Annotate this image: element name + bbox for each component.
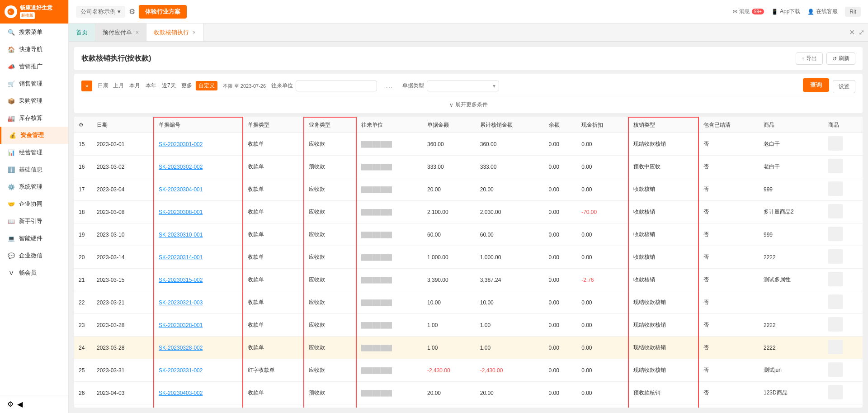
sidebar-item-finance[interactable]: 💰 资金管理 [0,127,68,144]
table-row: 202023-03-14SK-20230314-001收款单应收款███████… [74,246,863,269]
sidebar-item-guide[interactable]: 📖 新手引导 [0,213,68,230]
cell-product: 老白干 [759,133,824,156]
date-more[interactable]: 更多 [179,81,194,90]
sidebar-item-system[interactable]: ⚙️ 系统管理 [0,178,68,195]
purchase-icon: 📦 [7,97,15,105]
cell-written-off: 3,387.24 [476,269,544,291]
table-row: 252023-03-31SK-20230331-002红字收款单应收款█████… [74,359,863,382]
col-written-off: 累计核销金额 [476,117,544,133]
sidebar-item-member[interactable]: V 畅会员 [0,264,68,281]
cell-date: 2023-03-10 [92,223,154,246]
cell-doc-no[interactable]: SK-20230328-001 [154,314,243,337]
sidebar-item-enterprise[interactable]: 🤝 企业协同 [0,195,68,213]
tab-home[interactable]: 首页 [69,24,95,41]
col-product: 商品 [759,117,824,133]
sidebar-item-operations[interactable]: 📊 经营管理 [0,144,68,161]
cell-doc-no[interactable]: SK-20230328-002 [154,337,243,359]
tab-close-all-button[interactable]: ✕ [849,28,855,37]
filter-row: » 日期 上月 本月 本年 近7天 更多 自定义 不限 至 2023-07-26 [81,78,855,93]
cell-written-off: 2,030.00 [476,201,544,223]
cell-include-settled: 否 [698,382,759,404]
cell-doc-no[interactable]: SK-20230308-001 [154,201,243,223]
cell-doc-type: 收款单 [243,246,304,269]
sidebar-item-basic[interactable]: ℹ️ 基础信息 [0,161,68,178]
cell-include-settled: 否 [698,223,759,246]
cell-include-settled: 否 [698,359,759,382]
cell-doc-no[interactable]: SK-20230408-001 [154,404,243,408]
cell-doc-no[interactable]: SK-20230403-002 [154,382,243,404]
cell-cash-discount: 0.00 [577,178,628,201]
sidebar-item-search[interactable]: 🔍 搜索菜单 [0,24,68,41]
receipt-type-select[interactable] [427,81,499,91]
cell-date: 2023-03-04 [92,178,154,201]
filter-collapse-btn[interactable]: » [81,81,92,91]
company-selector[interactable]: 公司名称示例 ▾ [76,6,125,18]
table-row: 222023-03-21SK-20230321-003收款单应收款███████… [74,291,863,314]
sidebar-item-marketing[interactable]: 📣 营销推广 [0,58,68,75]
date-last-month[interactable]: 上月 [111,81,126,90]
cell-date: 2023-03-15 [92,269,154,291]
export-button[interactable]: ↑ 导出 [796,52,823,65]
sidebar-settings-icon[interactable]: ⚙ [7,400,14,408]
cell-date: 2023-03-01 [92,133,154,156]
tab-collection[interactable]: 收款核销执行 × [146,24,203,41]
cell-doc-no[interactable]: SK-20230321-003 [154,291,243,314]
cell-doc-no[interactable]: SK-20230302-002 [154,156,243,178]
cell-doc-no[interactable]: SK-20230315-002 [154,269,243,291]
sidebar-item-inventory[interactable]: 🏭 库存核算 [0,109,68,127]
sidebar-item-label: 系统管理 [19,183,42,191]
expand-more[interactable]: ∨ 展开更多条件 [81,97,855,109]
cell-doc-no[interactable]: SK-20230331-002 [154,359,243,382]
date-label: 日期 [98,82,108,90]
tab-prepaid[interactable]: 预付应付单 × [95,24,146,41]
cell-doc-no[interactable]: SK-20230301-002 [154,133,243,156]
query-button[interactable]: 查询 [803,78,829,92]
refresh-button[interactable]: ↺ 刷新 [826,52,855,65]
top-bar: 公司名称示例 ▾ ⚙ 体验行业方案 ✉ 消息 99+ 📱 App下载 👤 在线客… [69,0,868,24]
tab-expand-button[interactable]: ⤢ [859,28,864,37]
col-date: 日期 [92,117,154,133]
online-service-item[interactable]: 👤 在线客服 [807,8,838,15]
cell-doc-type: 收款单 [243,156,304,178]
cell-write-off-type: 预收款核销 [628,382,698,404]
user-item[interactable]: Rit [845,7,861,17]
messages-item[interactable]: ✉ 消息 99+ [733,8,764,15]
sidebar-item-quicknav[interactable]: 🏠 快捷导航 [0,41,68,58]
message-badge: 99+ [752,9,764,14]
date-custom[interactable]: 自定义 [196,81,217,90]
cell-biz-type: 应收款 [304,178,356,201]
cell-cash-discount: 0.00 [577,359,628,382]
cell-product: 999 [759,178,824,201]
settings-button[interactable]: ⚙ [129,7,135,16]
export-icon: ↑ [802,56,804,62]
cell-biz-type: 应收款 [304,404,356,408]
sidebar-item-hardware[interactable]: 💻 智能硬件 [0,230,68,247]
table-scroll[interactable]: ⚙ 日期 单据编号 单据类型 业务类型 往来单位 单据金额 累计核销金额 余额 … [74,117,863,408]
counterpart-input[interactable] [296,81,377,91]
sidebar-item-purchase[interactable]: 📦 采购管理 [0,92,68,109]
tab-collection-close[interactable]: × [193,29,196,36]
cell-biz-type: 预收款 [304,382,356,404]
cell-doc-no[interactable]: SK-20230310-001 [154,223,243,246]
cell-counterpart: ████████ [356,382,423,404]
solutions-button[interactable]: 体验行业方案 [139,5,187,19]
cell-date: 2023-03-31 [92,359,154,382]
date-this-year[interactable]: 本年 [144,81,158,90]
cell-balance: 0.00 [544,382,577,404]
cell-biz-type: 应收款 [304,291,356,314]
sidebar-collapse-icon[interactable]: ◀ [17,400,23,408]
col-settings[interactable]: ⚙ [74,117,92,133]
cell-doc-no[interactable]: SK-20230304-001 [154,178,243,201]
sidebar-item-wechat[interactable]: 💬 企业微信 [0,247,68,264]
company-name: 公司名称示例 [80,8,116,16]
app-download-item[interactable]: 📱 App下载 [771,8,800,15]
filter-settings-button[interactable]: 设置 [833,80,855,93]
cell-balance: 0.00 [544,269,577,291]
svg-point-0 [8,9,14,15]
tab-prepaid-close[interactable]: × [136,29,139,36]
date-7days[interactable]: 近7天 [160,81,178,90]
date-this-month[interactable]: 本月 [127,81,142,90]
sidebar-item-label: 库存核算 [19,114,42,122]
cell-doc-no[interactable]: SK-20230314-001 [154,246,243,269]
sidebar-item-sales[interactable]: 🛒 销售管理 [0,75,68,92]
